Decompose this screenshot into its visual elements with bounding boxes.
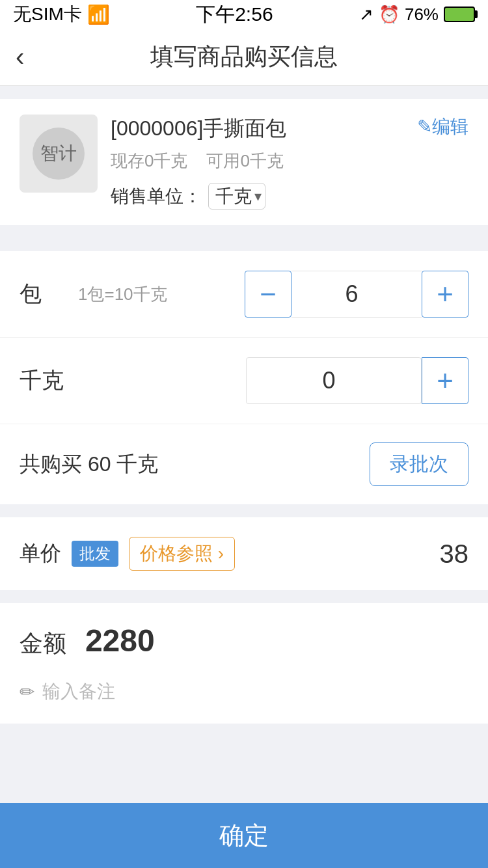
status-left: 无SIM卡 📶	[13, 2, 110, 27]
bag-label: 包	[20, 279, 72, 309]
location-icon: ↗	[359, 5, 373, 25]
bag-qty-control: − +	[245, 271, 468, 318]
product-name: [0000006]手撕面包	[111, 115, 468, 143]
carrier-label: 无SIM卡	[13, 2, 82, 27]
price-value: 38	[440, 539, 469, 569]
unit-select-wrapper[interactable]: 千克	[208, 183, 265, 210]
bag-plus-button[interactable]: +	[422, 271, 468, 318]
nav-bar: ‹ 填写商品购买信息	[0, 29, 488, 86]
price-label: 单价	[20, 539, 61, 568]
product-card: 智计 [0000006]手撕面包 现存0千克 可用0千克 销售单位： 千克 ✎编…	[0, 99, 488, 225]
status-bar: 无SIM卡 📶 下午2:56 ↗ ⏰ 76%	[0, 0, 488, 29]
product-logo: 智计	[33, 128, 85, 180]
stock-label: 现存0千克	[111, 151, 187, 170]
bag-minus-button[interactable]: −	[245, 271, 291, 318]
kg-label: 千克	[20, 366, 72, 396]
battery-label: 76%	[405, 5, 439, 25]
price-reference-button[interactable]: 价格参照 ›	[129, 537, 235, 571]
product-info: [0000006]手撕面包 现存0千克 可用0千克 销售单位： 千克	[111, 115, 468, 210]
wifi-icon: 📶	[87, 4, 110, 25]
summary-row: 共购买 60 千克 录批次	[0, 424, 488, 504]
bag-quantity-input[interactable]	[291, 271, 422, 318]
battery-icon	[444, 7, 475, 22]
pencil-icon: ✏	[20, 681, 34, 703]
price-section: 单价 批发 价格参照 › 38	[0, 517, 488, 590]
record-batch-button[interactable]: 录批次	[370, 442, 468, 486]
note-placeholder: 输入备注	[42, 679, 115, 704]
kg-qty-control: +	[246, 357, 468, 404]
price-type-tag: 批发	[72, 541, 118, 567]
amount-section: 金额 2280 ✏ 输入备注	[0, 590, 488, 724]
logo-text: 智计	[40, 141, 77, 166]
note-row[interactable]: ✏ 输入备注	[0, 666, 488, 724]
kg-quantity-row: 千克 +	[0, 338, 488, 424]
bag-unit-label: 1包=10千克	[78, 283, 245, 306]
amount-value: 2280	[85, 623, 155, 658]
unit-prefix-label: 销售单位：	[111, 184, 202, 209]
quantity-section: 包 1包=10千克 − + 千克 + 共购买 60 千克 录批次	[0, 251, 488, 504]
alarm-icon: ⏰	[379, 5, 400, 25]
kg-quantity-input[interactable]	[246, 357, 422, 404]
available-label: 可用0千克	[206, 151, 283, 170]
product-unit-row: 销售单位： 千克	[111, 183, 468, 210]
kg-plus-button[interactable]: +	[422, 357, 468, 404]
section-separator-2	[0, 504, 488, 517]
confirm-button[interactable]: 确定	[0, 803, 488, 868]
page-title: 填写商品购买信息	[150, 41, 338, 73]
unit-select[interactable]: 千克	[208, 183, 265, 210]
bag-quantity-row: 包 1包=10千克 − +	[0, 251, 488, 338]
amount-row: 金额 2280	[0, 603, 488, 666]
back-button[interactable]: ‹	[16, 42, 24, 72]
product-image: 智计	[20, 115, 98, 193]
summary-text: 共购买 60 千克	[20, 450, 370, 479]
status-right: ↗ ⏰ 76%	[359, 5, 475, 25]
main-content: 智计 [0000006]手撕面包 现存0千克 可用0千克 销售单位： 千克 ✎编…	[0, 99, 488, 868]
product-stock: 现存0千克 可用0千克	[111, 150, 468, 172]
edit-button[interactable]: ✎编辑	[417, 115, 468, 139]
amount-label: 金额	[20, 630, 66, 657]
section-separator-1	[0, 225, 488, 238]
amount-separator	[0, 590, 488, 603]
status-time: 下午2:56	[196, 1, 273, 28]
